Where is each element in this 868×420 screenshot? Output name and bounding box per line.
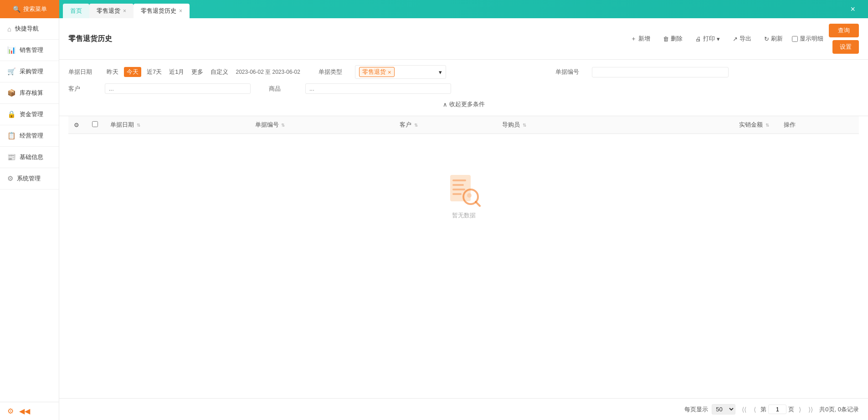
sidebar-label-basic-info: 基础信息 <box>20 153 43 161</box>
date-range-display: 2023-06-02 至 2023-06-02 <box>236 68 300 76</box>
type-dropdown-arrow: ▾ <box>439 69 442 76</box>
data-table: ⚙ 单据日期 ⇅ 单据编号 ⇅ 客户 <box>68 116 859 256</box>
col-date-label: 单据日期 <box>110 121 134 128</box>
refresh-button[interactable]: ↻ 刷新 <box>760 33 786 45</box>
tab-home[interactable]: 首页 <box>63 4 89 18</box>
search-icon: 🔍 <box>13 5 21 13</box>
goods-filter-label: 商品 <box>269 85 305 93</box>
sidebar-item-basic-info[interactable]: 📰 基础信息 <box>0 147 59 168</box>
table-col-settings[interactable]: ⚙ <box>68 116 87 134</box>
new-label: 新增 <box>638 35 650 43</box>
type-select-dropdown[interactable]: 零售退货 × ▾ <box>355 65 446 79</box>
sidebar-item-system[interactable]: ⚙ 系统管理 <box>0 168 59 190</box>
tab-retail-return-close[interactable]: × <box>123 8 126 14</box>
query-button[interactable]: 查询 <box>829 24 859 37</box>
page-header: 零售退货历史 ＋ 新增 🗑 删除 🖨 打印 ▾ ↗ 导出 <box>59 18 868 60</box>
date-btn-1month[interactable]: 近1月 <box>167 67 186 77</box>
print-button[interactable]: 🖨 打印 ▾ <box>692 33 724 45</box>
system-icon: ⚙ <box>7 174 13 183</box>
search-menu-area[interactable]: 🔍 搜索菜单 <box>0 0 59 18</box>
empty-text: 暂无数据 <box>452 211 476 220</box>
export-button[interactable]: ↗ 导出 <box>729 33 755 45</box>
date-btn-today[interactable]: 今天 <box>124 67 141 77</box>
type-tag-value: 零售退货 <box>362 68 386 76</box>
col-customer-label: 客户 <box>400 121 411 128</box>
goods-filter-input[interactable] <box>305 83 451 94</box>
select-all-checkbox[interactable] <box>92 121 98 127</box>
svg-rect-3 <box>452 189 465 190</box>
date-btn-yesterday[interactable]: 昨天 <box>105 67 120 77</box>
svg-point-7 <box>467 193 472 198</box>
per-page-select[interactable]: 50 100 200 <box>712 404 735 415</box>
col-date-sort-icon: ⇅ <box>137 123 140 128</box>
table-col-guide[interactable]: 导购员 ⇅ <box>497 116 620 134</box>
type-tag-close[interactable]: × <box>388 69 391 76</box>
page-first-button[interactable]: ⟨⟨ <box>739 405 749 414</box>
svg-rect-4 <box>452 193 462 195</box>
page-title: 零售退货历史 <box>68 34 112 44</box>
filter-row-1: 单据日期 昨天 今天 近7天 近1月 更多 自定义 2023-06-02 至 2… <box>68 65 859 79</box>
sidebar-label-quick-nav: 快捷导航 <box>15 25 39 33</box>
col-amount-label: 实销金额 <box>739 121 763 128</box>
table-col-customer[interactable]: 客户 ⇅ <box>394 116 497 134</box>
export-icon: ↗ <box>733 36 738 42</box>
tab-retail-return-history-label: 零售退货历史 <box>141 7 176 15</box>
content-area: 零售退货历史 ＋ 新增 🗑 删除 🖨 打印 ▾ ↗ 导出 <box>59 18 868 420</box>
print-dropdown-icon: ▾ <box>717 36 720 42</box>
show-detail-checkbox[interactable] <box>792 36 798 42</box>
delete-button[interactable]: 🗑 删除 <box>659 33 686 45</box>
new-icon: ＋ <box>631 35 637 43</box>
audio-icon[interactable]: ◀◀ <box>19 407 30 415</box>
new-button[interactable]: ＋ 新增 <box>627 33 654 45</box>
settings-gear-icon[interactable]: ⚙ <box>7 407 14 415</box>
pagination-bar: 每页显示 50 100 200 ⟨⟨ ⟨ 第 1 页 ⟩ ⟩⟩ 共0页, 0条记… <box>59 398 868 420</box>
tab-retail-return-history[interactable]: 零售退货历史 × <box>134 4 190 18</box>
table-col-number[interactable]: 单据编号 ⇅ <box>250 116 395 134</box>
page-total-info: 共0页, 0条记录 <box>819 405 859 414</box>
show-detail-checkbox-label[interactable]: 显示明细 <box>792 35 823 43</box>
query-settings-group: 查询 设置 <box>829 24 859 54</box>
sidebar-item-inventory[interactable]: 📦 库存核算 <box>0 82 59 104</box>
col-guide-sort-icon: ⇅ <box>523 123 526 128</box>
page-next-button[interactable]: ⟩ <box>796 405 804 414</box>
table-col-checkbox[interactable] <box>87 116 105 134</box>
date-btn-custom[interactable]: 自定义 <box>209 67 230 77</box>
sidebar-label-sales: 销售管理 <box>20 46 43 54</box>
customer-filter-label: 客户 <box>68 85 105 93</box>
sidebar: ⌂ 快捷导航 📊 销售管理 🛒 采购管理 📦 库存核算 🔒 资金管理 📋 经营管… <box>0 18 59 420</box>
col-guide-label: 导购员 <box>502 121 520 128</box>
collapse-label: 收起更多条件 <box>449 100 485 108</box>
top-bar: 🔍 搜索菜单 首页 零售退货 × 零售退货历史 × × <box>0 0 868 18</box>
tab-retail-return[interactable]: 零售退货 × <box>89 4 134 18</box>
table-col-date[interactable]: 单据日期 ⇅ <box>105 116 250 134</box>
number-filter-input[interactable] <box>592 67 729 77</box>
close-window-button[interactable]: × <box>845 5 861 14</box>
col-number-label: 单据编号 <box>255 121 279 128</box>
show-detail-label: 显示明细 <box>800 35 823 43</box>
sidebar-item-sales[interactable]: 📊 销售管理 <box>0 40 59 61</box>
purchase-icon: 🛒 <box>7 67 16 76</box>
sidebar-item-purchase[interactable]: 🛒 采购管理 <box>0 61 59 82</box>
sidebar-item-operations[interactable]: 📋 经营管理 <box>0 125 59 147</box>
table-col-amount[interactable]: 实销金额 ⇅ <box>621 116 778 134</box>
svg-rect-2 <box>452 184 464 186</box>
search-menu-label: 搜索菜单 <box>23 5 47 13</box>
date-filter-label: 单据日期 <box>68 68 105 76</box>
empty-state: 暂无数据 <box>68 134 859 256</box>
collapse-filter-button[interactable]: ∧ 收起更多条件 <box>437 98 490 110</box>
page-number-input[interactable]: 1 <box>768 405 786 414</box>
date-filter-options: 昨天 今天 近7天 近1月 更多 自定义 2023-06-02 至 2023-0… <box>105 67 300 77</box>
empty-state-row: 暂无数据 <box>68 134 859 256</box>
page-last-button[interactable]: ⟩⟩ <box>806 405 816 414</box>
sidebar-item-quick-nav[interactable]: ⌂ 快捷导航 <box>0 18 59 40</box>
page-prev-button[interactable]: ⟨ <box>751 405 759 414</box>
svg-rect-0 <box>450 175 471 201</box>
home-icon: ⌂ <box>7 25 11 33</box>
date-btn-7days[interactable]: 近7天 <box>145 67 164 77</box>
customer-filter-input[interactable] <box>105 83 251 94</box>
tab-retail-return-history-close[interactable]: × <box>179 8 182 14</box>
sidebar-label-purchase: 采购管理 <box>20 67 43 76</box>
filter-settings-button[interactable]: 设置 <box>832 40 859 54</box>
sidebar-item-finance[interactable]: 🔒 资金管理 <box>0 104 59 125</box>
date-btn-more[interactable]: 更多 <box>190 67 205 77</box>
